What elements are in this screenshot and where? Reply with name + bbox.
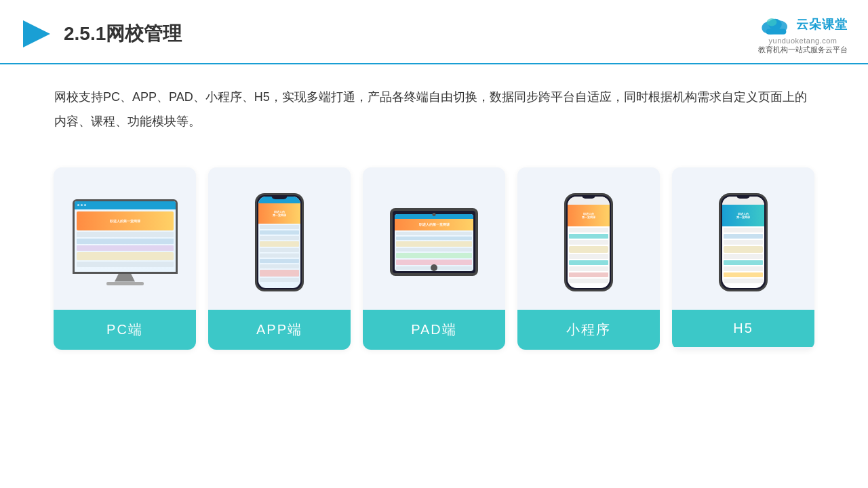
pc-card: 职进人的第一堂网课 PC端 <box>54 167 196 350</box>
cloud-icon <box>758 12 792 37</box>
h5-phone-outer: 职进人的第一堂网课 <box>719 193 768 291</box>
h5-image: 职进人的第一堂网课 <box>672 167 814 310</box>
pad-outer: 职进人的第一堂网课 <box>390 208 478 276</box>
app-phone-outer: 职进人的第一堂网课 <box>255 193 304 291</box>
cards-area: 职进人的第一堂网课 PC端 <box>0 147 868 363</box>
header-left: 2.5.1网校管理 <box>20 18 182 50</box>
header: 2.5.1网校管理 云朵课堂 yunduoketang.com 教育机构一站式服… <box>0 0 868 64</box>
mini-phone-mock: 职进人的第一堂网课 <box>564 193 613 291</box>
h5-label: H5 <box>672 310 814 347</box>
logo-text-cn: 云朵课堂 <box>796 16 848 33</box>
mini-label: 小程序 <box>517 310 660 350</box>
svg-marker-0 <box>23 20 50 47</box>
description-text: 网校支持PC、APP、PAD、小程序、H5，实现多端打通，产品各终端自由切换，数… <box>54 90 807 128</box>
svg-rect-4 <box>766 29 786 35</box>
app-image: 职进人的第一堂网课 <box>208 167 351 310</box>
app-phone-mock: 职进人的第一堂网课 <box>255 193 304 291</box>
pad-mock: 职进人的第一堂网课 <box>390 208 478 276</box>
pc-image: 职进人的第一堂网课 <box>54 167 196 310</box>
pc-label: PC端 <box>54 310 196 350</box>
pad-label: PAD端 <box>363 310 505 350</box>
h5-card: 职进人的第一堂网课 <box>672 167 814 350</box>
mini-phone-outer: 职进人的第一堂网课 <box>564 193 613 291</box>
mini-card: 职进人的第一堂网课 <box>517 167 660 350</box>
logo-cloud: 云朵课堂 <box>758 12 848 37</box>
pc-mock: 职进人的第一堂网课 <box>73 199 178 285</box>
app-label: APP端 <box>208 310 351 350</box>
monitor: 职进人的第一堂网课 <box>73 199 178 274</box>
pad-card: 职进人的第一堂网课 PAD端 <box>363 167 505 350</box>
app-card: 职进人的第一堂网课 <box>208 167 351 350</box>
logo-area: 云朵课堂 yunduoketang.com 教育机构一站式服务云平台 <box>758 12 848 55</box>
description: 网校支持PC、APP、PAD、小程序、H5，实现多端打通，产品各终端自由切换，数… <box>0 64 868 140</box>
pad-image: 职进人的第一堂网课 <box>363 167 505 310</box>
page-title: 2.5.1网校管理 <box>64 21 182 47</box>
svg-point-5 <box>767 18 777 26</box>
h5-phone-mock: 职进人的第一堂网课 <box>719 193 768 291</box>
logo-tagline: 教育机构一站式服务云平台 <box>758 45 848 55</box>
logo-text-en: yunduoketang.com <box>769 37 837 45</box>
mini-image: 职进人的第一堂网课 <box>517 167 660 310</box>
play-icon <box>20 18 53 50</box>
